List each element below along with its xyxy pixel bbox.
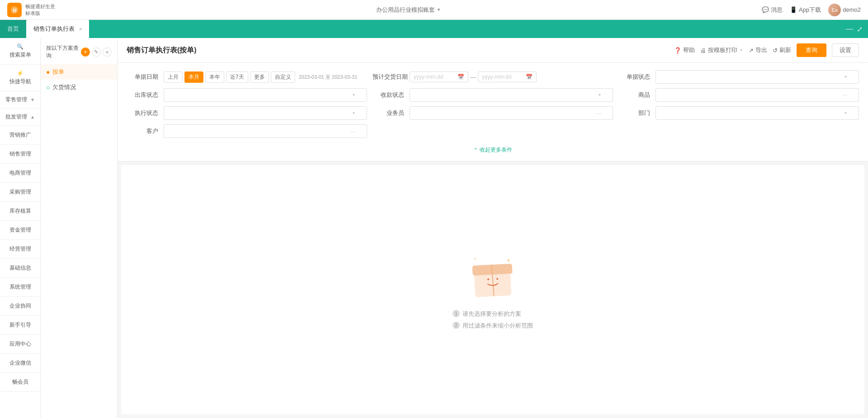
quick-nav-icon: ⚡ [17, 70, 24, 76]
sidebar-item-system[interactable]: 系统管理 [0, 278, 40, 297]
help-btn[interactable]: ❓ 帮助 [674, 46, 695, 54]
app-download-btn[interactable]: 📱 App下载 [790, 6, 821, 14]
dept-label: 部门 [618, 109, 650, 117]
customer-label: 客户 [127, 127, 158, 135]
goods-select[interactable]: ··· [656, 88, 859, 102]
date-btn-more[interactable]: 更多 [250, 71, 269, 83]
sidebar-item-newbie[interactable]: 新手引导 [0, 316, 40, 335]
sidebar-quick-nav[interactable]: ⚡ 快捷导航 [0, 65, 40, 91]
date-btn-7days[interactable]: 近7天 [226, 71, 248, 83]
message-btn[interactable]: 💬 消息 [762, 6, 783, 14]
export-icon: ↗ [749, 47, 754, 54]
add-scheme-btn[interactable]: + [81, 48, 90, 57]
user-avatar-btn[interactable]: Ea demo2 [828, 4, 861, 16]
expected-date-group: yyyy-mm-dd 📅 — yyyy-mm-dd 📅 [410, 71, 613, 82]
page-header: 销售订单执行表(按单) ❓ 帮助 🖨 按模板打印 ▼ ↗ 导出 [118, 38, 868, 63]
filter-row-4: 客户 ··· [127, 124, 859, 138]
help-icon: ❓ [674, 47, 681, 54]
doc-status-chevron-icon: ▼ [844, 75, 848, 79]
scheme-item-by-order[interactable]: ● 按单 [41, 64, 117, 80]
goods-more-icon: ··· [842, 91, 848, 99]
main-content: 销售订单执行表(按单) ❓ 帮助 🖨 按模板打印 ▼ ↗ 导出 [118, 38, 868, 418]
filter-row-3: 执行状态 ▼ 业务员 ··· 部门 ▼ [127, 106, 859, 120]
sidebar-search[interactable]: 🔍 搜索菜单 [0, 38, 40, 65]
tab-sales-order[interactable]: 销售订单执行表 × [26, 20, 89, 38]
sidebar-item-operations[interactable]: 经营管理 [0, 240, 40, 259]
scheme-inactive-icon: ○ [46, 84, 50, 91]
date-btn-this-month[interactable]: 本月 [184, 71, 203, 83]
tab-bar: 首页 销售订单执行表 × — ⤢ [0, 20, 868, 38]
filter-area: 单据日期 上月 本月 本年 近7天 更多 自定义 2023-03-01 至 20… [118, 63, 868, 162]
page-actions: ❓ 帮助 🖨 按模板打印 ▼ ↗ 导出 ↺ 刷新 [674, 43, 859, 62]
left-panel-actions: + ✎ « [81, 48, 112, 57]
date-btn-custom[interactable]: 自定义 [271, 71, 295, 83]
date-range-text: 2023-03-01 至 2023-03-31 [299, 74, 358, 81]
exec-status-chevron-icon: ▼ [352, 111, 356, 115]
out-status-select[interactable]: ▼ [164, 88, 367, 102]
calendar-start-icon: 📅 [458, 74, 464, 80]
tab-maximize-btn[interactable]: ⤢ [857, 25, 863, 33]
empty-illustration: ✦ ✦ ✦ [466, 247, 520, 301]
setting-btn[interactable]: 设置 [832, 43, 859, 57]
sidebar-item-base-info[interactable]: 基础信息 [0, 259, 40, 278]
svg-text:✦: ✦ [506, 257, 511, 264]
tab-minimize-btn[interactable]: — [846, 25, 853, 33]
dept-chevron-icon: ▼ [844, 111, 848, 115]
sidebar-item-finance[interactable]: 资金管理 [0, 221, 40, 240]
nav-title[interactable]: 办公用品行业模拟账套 ▼ [376, 6, 441, 14]
app-logo-icon: 好 [7, 3, 22, 17]
sidebar-item-sales[interactable]: 销售管理 [0, 145, 40, 164]
sidebar-item-retail[interactable]: 零售管理 ▼ [0, 91, 40, 109]
collect-status-select[interactable]: ▼ [410, 88, 613, 102]
exec-status-select[interactable]: ▼ [164, 106, 367, 120]
search-btn[interactable]: 查询 [797, 43, 826, 57]
empty-state: ✦ ✦ ✦ 1 请先选择要分析的方案 2 [121, 165, 864, 414]
sidebar-item-inventory[interactable]: 库存核算 [0, 202, 40, 221]
sidebar-item-purchase[interactable]: 采购管理 [0, 183, 40, 202]
sidebar-item-app-center[interactable]: 应用中心 [0, 335, 40, 354]
message-icon: 💬 [762, 6, 769, 13]
scheme-item-shortage[interactable]: ○ 欠货情况 [41, 80, 117, 95]
date-btn-last-month[interactable]: 上月 [164, 71, 183, 83]
dept-select[interactable]: ▼ [656, 106, 859, 120]
scheme-active-icon: ● [46, 68, 50, 76]
avatar: Ea [828, 4, 841, 16]
expected-date-label: 预计交货日期 [373, 73, 404, 81]
filter-row-1: 单据日期 上月 本月 本年 近7天 更多 自定义 2023-03-01 至 20… [127, 70, 859, 84]
customer-select[interactable]: ··· [164, 124, 367, 138]
hint-num-1: 1 [453, 310, 460, 317]
sidebar-item-enterprise[interactable]: 企业协同 [0, 297, 40, 316]
page-title: 销售订单执行表(按单) [127, 46, 197, 61]
expected-date-end[interactable]: yyyy-mm-dd 📅 [478, 71, 537, 82]
tab-home[interactable]: 首页 [0, 20, 26, 38]
calendar-end-icon: 📅 [526, 74, 533, 80]
sidebar-item-ecommerce[interactable]: 电商管理 [0, 164, 40, 183]
sidebar-item-wholesale[interactable]: 批发管理 ▲ [0, 109, 40, 126]
sidebar-item-wechat[interactable]: 企业微信 [0, 354, 40, 373]
export-btn[interactable]: ↗ 导出 [749, 46, 767, 54]
empty-hint-1: 1 请先选择要分析的方案 [453, 310, 533, 318]
nav-arrow-icon: ▼ [437, 7, 441, 12]
date-btn-this-year[interactable]: 本年 [205, 71, 224, 83]
refresh-btn[interactable]: ↺ 刷新 [773, 46, 791, 54]
edit-scheme-btn[interactable]: ✎ [92, 48, 101, 57]
exec-status-label: 执行状态 [127, 109, 158, 117]
salesman-select[interactable]: ··· [410, 106, 613, 120]
collect-status-chevron-icon: ▼ [598, 93, 602, 97]
collapse-panel-btn[interactable]: « [103, 48, 112, 57]
sidebar-item-marketing[interactable]: 营销推广 [0, 126, 40, 145]
top-header: 好 畅捷通好生意 标准版 办公用品行业模拟账套 ▼ 💬 消息 📱 App下载 E… [0, 0, 868, 20]
collapse-filter-btn[interactable]: ⌃ 收起更多条件 [127, 142, 859, 154]
expected-date-start[interactable]: yyyy-mm-dd 📅 [410, 71, 468, 82]
out-status-label: 出库状态 [127, 91, 158, 99]
content-inner: 按以下方案查询 + ✎ « ● 按单 ○ [41, 38, 868, 418]
logo-area: 好 畅捷通好生意 标准版 [7, 3, 55, 17]
sidebar-item-member[interactable]: 畅会员 [0, 373, 40, 392]
print-btn[interactable]: 🖨 按模板打印 ▼ [700, 46, 743, 54]
doc-status-select[interactable]: ▼ [656, 70, 859, 84]
print-dropdown-icon: ▼ [739, 48, 743, 52]
filter-row-2: 出库状态 ▼ 收款状态 ▼ 商品 ··· [127, 88, 859, 102]
app-download-icon: 📱 [790, 6, 797, 13]
customer-more-icon: ··· [350, 128, 356, 135]
tab-close-icon[interactable]: × [79, 26, 82, 32]
